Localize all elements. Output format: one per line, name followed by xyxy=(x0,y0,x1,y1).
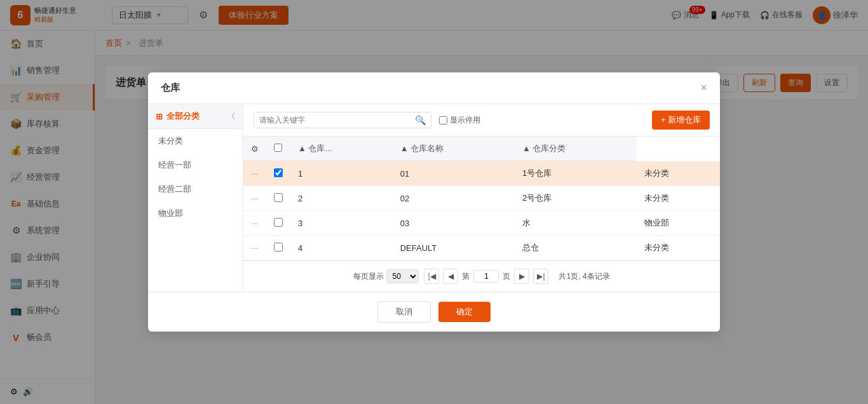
modal-title: 仓库 xyxy=(161,82,180,94)
row-action-icon[interactable]: ··· xyxy=(251,218,259,228)
row-code-cell: DEFAULT xyxy=(393,236,515,260)
row-index-cell: 1 xyxy=(290,161,393,186)
row-code-cell: 01 xyxy=(393,161,515,186)
next-page-button[interactable]: ▶ xyxy=(514,269,529,284)
category-collapse-icon[interactable]: 《 xyxy=(227,111,235,122)
pagination: 每页显示 50 10 20 100 |◀ ◀ 第 页 xyxy=(243,260,720,292)
modal-header: 仓库 × xyxy=(148,72,720,104)
modal-close-button[interactable]: × xyxy=(700,81,707,95)
row-name-cell: 2号仓库 xyxy=(515,186,637,211)
row-checkbox[interactable] xyxy=(274,168,283,177)
col-name-header[interactable]: ▲ 仓库名称 xyxy=(393,137,515,161)
row-category-cell: 未分类 xyxy=(637,161,720,186)
row-index-cell: 4 xyxy=(290,236,393,260)
search-icon: 🔍 xyxy=(415,115,426,125)
table-row: ··· 1 01 1号仓库 未分类 xyxy=(243,161,720,186)
modal-footer: 取消 确定 xyxy=(148,292,720,332)
first-page-button[interactable]: |◀ xyxy=(424,269,439,284)
warehouse-table: ⚙ ▲ 仓库... ▲ 仓库名称 xyxy=(243,137,720,260)
col-checkbox xyxy=(266,137,290,161)
table-row: ··· 3 03 水 物业部 xyxy=(243,211,720,236)
col-category-header[interactable]: ▲ 仓库分类 xyxy=(515,137,637,161)
row-category-cell: 未分类 xyxy=(637,236,720,260)
category-panel: ⊞ 全部分类 《 未分类 经营一部 经营二部 物业部 xyxy=(148,104,243,292)
warehouse-modal: 仓库 × ⊞ 全部分类 《 未分类 经营一部 经营二部 物业部 xyxy=(148,72,720,332)
page-size-select[interactable]: 50 10 20 100 xyxy=(386,269,419,283)
last-page-button[interactable]: ▶| xyxy=(533,269,548,284)
row-index-cell: 3 xyxy=(290,211,393,236)
table-toolbar: 🔍 显示停用 + 新增仓库 xyxy=(243,104,720,137)
col-gear: ⚙ xyxy=(243,137,266,161)
row-code-cell: 02 xyxy=(393,186,515,211)
row-code-cell: 03 xyxy=(393,211,515,236)
row-gear-cell: ··· xyxy=(243,186,266,211)
page-number-input[interactable] xyxy=(473,270,499,283)
page-size-selector: 每页显示 50 10 20 100 xyxy=(353,269,419,283)
category-header: ⊞ 全部分类 《 xyxy=(148,104,243,129)
category-item-property[interactable]: 物业部 xyxy=(148,201,243,226)
table-row: ··· 2 02 2号仓库 未分类 xyxy=(243,186,720,211)
row-gear-cell: ··· xyxy=(243,211,266,236)
gear-header-icon[interactable]: ⚙ xyxy=(251,144,259,154)
page-total: 共1页, 4条记录 xyxy=(559,271,609,282)
row-name-cell: 总仓 xyxy=(515,236,637,260)
row-name-cell: 水 xyxy=(515,211,637,236)
cancel-button[interactable]: 取消 xyxy=(377,301,431,323)
category-item-operations1[interactable]: 经营一部 xyxy=(148,153,243,177)
row-check-cell xyxy=(266,161,290,186)
row-action-icon[interactable]: ··· xyxy=(251,168,259,178)
prev-page-button[interactable]: ◀ xyxy=(443,269,458,284)
row-gear-cell: ··· xyxy=(243,161,266,186)
row-index-cell: 2 xyxy=(290,186,393,211)
row-checkbox[interactable] xyxy=(274,218,283,227)
add-warehouse-button[interactable]: + 新增仓库 xyxy=(652,111,710,130)
show-disabled-label: 显示停用 xyxy=(439,115,480,126)
row-action-icon[interactable]: ··· xyxy=(251,193,259,203)
row-checkbox[interactable] xyxy=(274,243,283,252)
category-item-unclassified[interactable]: 未分类 xyxy=(148,129,243,153)
table-panel: 🔍 显示停用 + 新增仓库 ⚙ xyxy=(243,104,720,292)
table-body: ··· 1 01 1号仓库 未分类 ··· 2 02 2号仓库 未分类 ··· xyxy=(243,161,720,260)
row-check-cell xyxy=(266,236,290,260)
table-row: ··· 4 DEFAULT 总仓 未分类 xyxy=(243,236,720,260)
page-navigation: |◀ ◀ 第 页 ▶ ▶| xyxy=(424,269,548,284)
col-code-header[interactable]: ▲ 仓库... xyxy=(290,137,393,161)
search-box: 🔍 xyxy=(254,112,431,128)
row-check-cell xyxy=(266,211,290,236)
confirm-button[interactable]: 确定 xyxy=(438,302,491,322)
row-action-icon[interactable]: ··· xyxy=(251,243,259,253)
row-checkbox[interactable] xyxy=(274,193,283,202)
row-name-cell: 1号仓库 xyxy=(515,161,637,186)
row-category-cell: 未分类 xyxy=(637,186,720,211)
category-all[interactable]: ⊞ 全部分类 xyxy=(156,111,200,122)
data-table: ⚙ ▲ 仓库... ▲ 仓库名称 xyxy=(243,137,720,260)
grid-icon: ⊞ xyxy=(156,112,163,121)
row-check-cell xyxy=(266,186,290,211)
row-category-cell: 物业部 xyxy=(637,211,720,236)
row-gear-cell: ··· xyxy=(243,236,266,260)
select-all-checkbox[interactable] xyxy=(274,144,282,152)
search-input[interactable] xyxy=(259,116,415,125)
show-disabled-checkbox[interactable] xyxy=(439,116,447,125)
category-item-operations2[interactable]: 经营二部 xyxy=(148,177,243,201)
modal-body: ⊞ 全部分类 《 未分类 经营一部 经营二部 物业部 🔍 xyxy=(148,104,720,292)
modal-overlay: 仓库 × ⊞ 全部分类 《 未分类 经营一部 经营二部 物业部 xyxy=(0,0,868,404)
table-header-row: ⚙ ▲ 仓库... ▲ 仓库名称 xyxy=(243,137,720,161)
